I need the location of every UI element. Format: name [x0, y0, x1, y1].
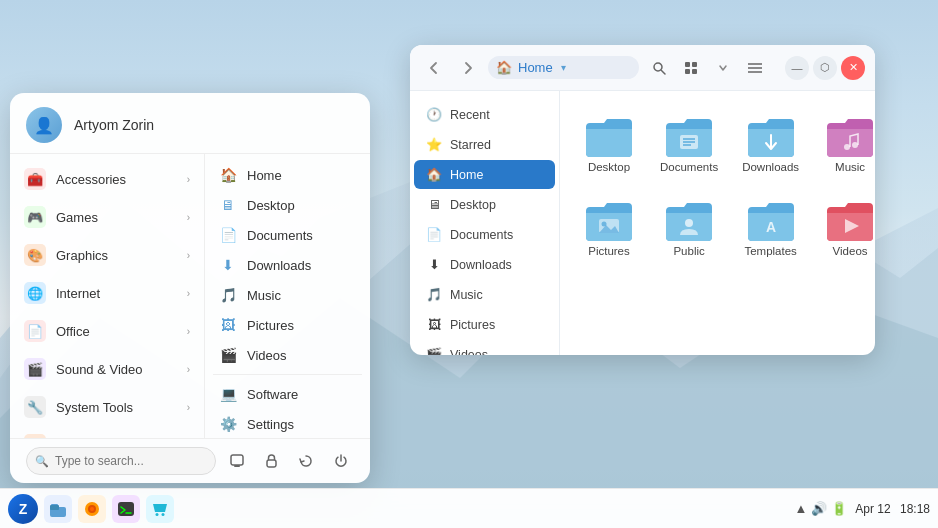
refresh-button[interactable]	[293, 447, 320, 475]
sidebar-videos-label: Videos	[450, 348, 488, 356]
app-menu: 👤 Artyom Zorin 🧰 Accessories › 🎮 Games ›…	[10, 93, 370, 483]
refresh-icon	[299, 454, 313, 468]
category-internet[interactable]: 🌐 Internet ›	[10, 274, 204, 312]
sound-video-arrow: ›	[187, 364, 190, 375]
fm-minimize-button[interactable]: —	[785, 56, 809, 80]
category-utilities[interactable]: 🛠 Utilities ›	[10, 426, 204, 438]
search-input[interactable]	[26, 447, 216, 475]
folder-templates[interactable]: A Templates	[736, 191, 805, 263]
desktop-place-icon: 🖥	[219, 197, 237, 213]
pictures-place-icon: 🖼	[219, 317, 237, 333]
category-accessories[interactable]: 🧰 Accessories ›	[10, 160, 204, 198]
svg-rect-7	[234, 465, 240, 467]
fm-menu-button[interactable]	[741, 54, 769, 82]
fm-forward-button[interactable]	[454, 54, 482, 82]
svg-text:A: A	[766, 219, 776, 235]
category-office-label: Office	[56, 324, 177, 339]
home-location-icon: 🏠	[496, 60, 512, 75]
sidebar-item-pictures[interactable]: 🖼 Pictures	[414, 310, 555, 339]
taskbar-store-button[interactable]	[146, 495, 174, 523]
folder-music[interactable]: Music	[817, 107, 875, 179]
games-arrow: ›	[187, 212, 190, 223]
hamburger-icon	[748, 63, 762, 73]
category-office[interactable]: 📄 Office ›	[10, 312, 204, 350]
folder-public-icon	[662, 197, 716, 245]
fm-maximize-button[interactable]: ⬡	[813, 56, 837, 80]
videos-sidebar-icon: 🎬	[426, 347, 442, 355]
svg-point-9	[654, 63, 662, 71]
fm-search-button[interactable]	[645, 54, 673, 82]
documents-sidebar-icon: 📄	[426, 227, 442, 242]
place-settings[interactable]: ⚙️ Settings	[205, 409, 370, 438]
power-button[interactable]	[328, 447, 355, 475]
taskbar-date: Apr 12	[855, 502, 890, 516]
folder-videos[interactable]: Videos	[817, 191, 875, 263]
place-home[interactable]: 🏠 Home	[205, 160, 370, 190]
home-sidebar-icon: 🏠	[426, 167, 442, 182]
taskbar-left: Z	[8, 494, 174, 524]
category-sound-video[interactable]: 🎬 Sound & Video ›	[10, 350, 204, 388]
place-pictures[interactable]: 🖼 Pictures	[205, 310, 370, 340]
svg-rect-14	[692, 69, 697, 74]
forward-arrow-icon	[461, 61, 475, 75]
taskbar-system-icons: ▲ 🔊 🔋	[794, 501, 847, 516]
accessories-icon: 🧰	[24, 168, 46, 190]
folder-videos-label: Videos	[833, 245, 868, 257]
fm-grid-area: Desktop Documents	[560, 91, 875, 355]
files-icon	[49, 500, 67, 518]
fm-location-bar[interactable]: 🏠 Home ▾	[488, 56, 639, 79]
sidebar-item-downloads[interactable]: ⬇ Downloads	[414, 250, 555, 279]
place-music[interactable]: 🎵 Music	[205, 280, 370, 310]
office-icon: 📄	[24, 320, 46, 342]
folder-desktop[interactable]: Desktop	[576, 107, 642, 179]
sidebar-item-documents[interactable]: 📄 Documents	[414, 220, 555, 249]
videos-place-icon: 🎬	[219, 347, 237, 363]
recent-icon: 🕐	[426, 107, 442, 122]
folder-public[interactable]: Public	[654, 191, 724, 263]
place-desktop-label: Desktop	[247, 198, 295, 213]
store-icon	[151, 500, 169, 518]
place-software[interactable]: 💻 Software	[205, 379, 370, 409]
sidebar-item-starred[interactable]: ⭐ Starred	[414, 130, 555, 159]
zorin-logo: Z	[19, 501, 28, 517]
sidebar-item-videos[interactable]: 🎬 Videos	[414, 340, 555, 355]
place-downloads[interactable]: ⬇ Downloads	[205, 250, 370, 280]
fm-view-chevron-button[interactable]	[709, 54, 737, 82]
folder-downloads[interactable]: Downloads	[736, 107, 805, 179]
taskbar-firefox-button[interactable]	[78, 495, 106, 523]
place-desktop[interactable]: 🖥 Desktop	[205, 190, 370, 220]
zorin-menu-button[interactable]: Z	[8, 494, 38, 524]
category-graphics[interactable]: 🎨 Graphics ›	[10, 236, 204, 274]
folder-videos-icon	[823, 197, 875, 245]
menu-places: 🏠 Home 🖥 Desktop 📄 Documents ⬇ Downloads…	[205, 154, 370, 438]
taskbar-files-button[interactable]	[44, 495, 72, 523]
category-system-tools[interactable]: 🔧 System Tools ›	[10, 388, 204, 426]
starred-icon: ⭐	[426, 137, 442, 152]
fm-folder-grid: Desktop Documents	[576, 107, 859, 263]
screenshot-button[interactable]	[224, 447, 251, 475]
sidebar-item-music[interactable]: 🎵 Music	[414, 280, 555, 309]
sidebar-item-desktop[interactable]: 🖥 Desktop	[414, 190, 555, 219]
category-games[interactable]: 🎮 Games ›	[10, 198, 204, 236]
place-videos[interactable]: 🎬 Videos	[205, 340, 370, 370]
file-manager-window: 🏠 Home ▾ — ⬡ ✕ 🕐	[410, 45, 875, 355]
sidebar-item-recent[interactable]: 🕐 Recent	[414, 100, 555, 129]
sidebar-item-home[interactable]: 🏠 Home	[414, 160, 555, 189]
fm-view-button[interactable]	[677, 54, 705, 82]
taskbar-right: ▲ 🔊 🔋 Apr 12 18:18	[794, 501, 930, 516]
place-documents[interactable]: 📄 Documents	[205, 220, 370, 250]
folder-documents[interactable]: Documents	[654, 107, 724, 179]
taskbar-date-time: Apr 12 18:18	[855, 502, 930, 516]
svg-point-23	[844, 144, 850, 150]
settings-place-icon: ⚙️	[219, 416, 237, 432]
fm-close-button[interactable]: ✕	[841, 56, 865, 80]
sidebar-music-label: Music	[450, 288, 483, 302]
taskbar-terminal-button[interactable]	[112, 495, 140, 523]
place-videos-label: Videos	[247, 348, 287, 363]
avatar: 👤	[26, 107, 62, 143]
folder-templates-label: Templates	[744, 245, 796, 257]
fm-back-button[interactable]	[420, 54, 448, 82]
lock-button[interactable]	[259, 447, 286, 475]
folder-pictures[interactable]: Pictures	[576, 191, 642, 263]
network-icon: ▲	[794, 501, 807, 516]
